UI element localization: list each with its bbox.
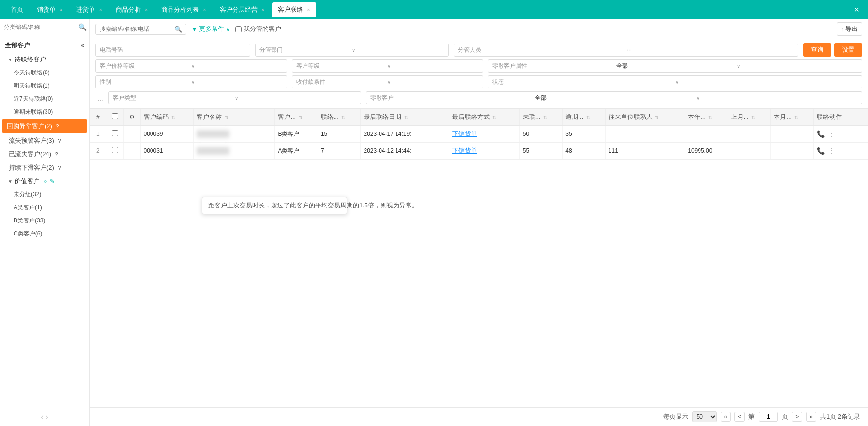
window-close-button[interactable]: × bbox=[850, 3, 863, 17]
row2-unit-contact: 111 bbox=[605, 143, 685, 160]
nav-tab-purchaseorder[interactable]: 进货单 × bbox=[70, 2, 107, 17]
sidebar-search-input[interactable] bbox=[4, 24, 76, 30]
row1-phone-icon[interactable]: 📞 bbox=[817, 130, 825, 138]
per-page-select[interactable]: 50 20 30 100 bbox=[692, 411, 717, 422]
sort-contact-icon[interactable]: ⇅ bbox=[341, 115, 345, 120]
search-box: 🔍 bbox=[95, 24, 186, 35]
sidebar-search-area: 🔍 bbox=[0, 19, 89, 35]
tooltip-box: 距客户上次交易时长，超过了此客户的平均交易周期的1.5倍，则视为异常。 bbox=[202, 197, 347, 214]
sort-thismonth-icon[interactable]: ⇅ bbox=[794, 115, 798, 120]
lost-help-icon[interactable]: ? bbox=[55, 151, 58, 157]
filter-status[interactable]: 状态 ∨ bbox=[488, 75, 862, 88]
all-customers-title[interactable]: 全部客户 « bbox=[0, 38, 89, 53]
nav-tab-productanalysislist[interactable]: 商品分析列表 × bbox=[155, 2, 212, 17]
my-customers-checkbox[interactable] bbox=[235, 26, 242, 32]
filter-customer-level[interactable]: 客户等级 ∨ bbox=[292, 59, 484, 73]
my-customers-toggle[interactable]: 我分管的客户 bbox=[235, 25, 281, 33]
row2-last-month bbox=[728, 143, 771, 160]
close-purchaseorder-icon[interactable]: × bbox=[99, 7, 102, 13]
last-page-button[interactable]: » bbox=[806, 412, 816, 422]
prev-page-button[interactable]: < bbox=[734, 412, 745, 422]
waiting-group-title[interactable]: ▼ 待联络客户 bbox=[5, 53, 89, 66]
sidebar-item-ungrouped[interactable]: 未分组(32) bbox=[5, 188, 89, 201]
sidebar-right-arrow[interactable]: › bbox=[46, 412, 48, 422]
nav-tab-productanalysis[interactable]: 商品分析 × bbox=[110, 2, 153, 17]
filter-customer-type[interactable]: 客户类型 ∨ bbox=[108, 91, 361, 104]
close-productanalysis-icon[interactable]: × bbox=[145, 7, 148, 13]
sidebar-item-loss-warning[interactable]: 流失预警客户(3) ? bbox=[0, 134, 89, 147]
sort-name-icon[interactable]: ⇅ bbox=[225, 115, 228, 120]
value-group-title[interactable]: ▼ 价值客户 ○ ✎ bbox=[5, 175, 89, 188]
sort-date-icon[interactable]: ⇅ bbox=[404, 115, 408, 120]
export-button[interactable]: ↑ 导出 bbox=[837, 22, 863, 36]
row1-select-checkbox[interactable] bbox=[112, 130, 118, 136]
th-last-contact-way: 最后联络方式 ⇅ bbox=[449, 109, 519, 126]
row1-last-contact-way[interactable]: 下销货单 bbox=[449, 126, 519, 143]
sidebar-left-arrow[interactable]: ‹ bbox=[41, 412, 44, 422]
loss-warning-help-icon[interactable]: ? bbox=[58, 138, 61, 144]
nav-home[interactable]: 首页 bbox=[5, 2, 29, 17]
row1-more-icon[interactable]: ⋮⋮ bbox=[828, 130, 841, 138]
value-settings-icon[interactable]: ✎ bbox=[50, 178, 55, 185]
row2-checkbox[interactable] bbox=[107, 143, 123, 160]
sidebar-item-7days[interactable]: 近7天待联络(0) bbox=[5, 92, 89, 105]
sidebar-item-tomorrow[interactable]: 明天待联络(1) bbox=[5, 79, 89, 92]
close-salesorder-icon[interactable]: × bbox=[60, 7, 62, 13]
nav-tab-salesorder[interactable]: 销货单 × bbox=[31, 2, 68, 17]
select-all-checkbox[interactable] bbox=[112, 113, 118, 119]
sidebar-item-declining[interactable]: 持续下滑客户(2) ? bbox=[0, 161, 89, 175]
row2-last-contact-way[interactable]: 下销货单 bbox=[449, 143, 519, 160]
person-dots-icon[interactable]: ··· bbox=[627, 46, 794, 53]
sort-overdue-icon[interactable]: ⇅ bbox=[586, 115, 590, 120]
sort-way-icon[interactable]: ⇅ bbox=[492, 115, 496, 120]
sidebar-item-bclass[interactable]: B类客户(33) bbox=[5, 214, 89, 227]
search-input[interactable] bbox=[100, 26, 172, 32]
first-page-button[interactable]: « bbox=[721, 412, 731, 422]
filter-retail-attr[interactable]: 零散客户属性 全部 ∨ bbox=[488, 59, 862, 73]
sort-notcontact-icon[interactable]: ⇅ bbox=[543, 115, 547, 120]
sort-type-icon[interactable]: ⇅ bbox=[299, 115, 303, 120]
sidebar-item-aclass[interactable]: A类客户(1) bbox=[5, 201, 89, 214]
sort-code-icon[interactable]: ⇅ bbox=[171, 115, 175, 120]
sidebar-item-cclass[interactable]: C类客户(6) bbox=[5, 227, 89, 240]
row2-phone-icon[interactable]: 📞 bbox=[817, 147, 825, 155]
filter-phone[interactable]: 电话号码 bbox=[95, 44, 250, 57]
close-customerlayer-icon[interactable]: × bbox=[261, 7, 264, 13]
row1-checkbox[interactable] bbox=[107, 126, 123, 143]
sidebar-item-lost[interactable]: 已流失客户(24) ? bbox=[0, 147, 89, 161]
filter-dept[interactable]: 分管部门 ∨ bbox=[255, 44, 449, 57]
filter-person[interactable]: 分管人员 ··· bbox=[454, 44, 798, 57]
sidebar-search-icon[interactable]: 🔍 bbox=[78, 23, 87, 31]
more-conditions-button[interactable]: ▼ 更多条件 ∧ bbox=[191, 25, 230, 33]
row2-select-checkbox[interactable] bbox=[112, 147, 118, 153]
query-button[interactable]: 查询 bbox=[803, 43, 831, 57]
filter-gender[interactable]: 性别 ∨ bbox=[95, 75, 287, 88]
nav-tab-customercontact[interactable]: 客户联络 × bbox=[272, 2, 316, 17]
page-number-input[interactable] bbox=[759, 412, 778, 422]
repurchase-help-icon[interactable]: ? bbox=[56, 123, 59, 129]
sidebar-item-overdue[interactable]: 逾期未联络(30) bbox=[5, 105, 89, 118]
declining-help-icon[interactable]: ? bbox=[58, 165, 61, 171]
filter-price-level[interactable]: 客户价格等级 ∨ bbox=[95, 59, 287, 73]
th-settings[interactable]: ⚙ bbox=[123, 109, 140, 126]
sidebar-item-repurchase-abnormal[interactable]: 回购异常客户(2) ? bbox=[2, 119, 87, 133]
sort-unitcontact-icon[interactable]: ⇅ bbox=[655, 115, 659, 120]
th-overdue: 逾期... ⇅ bbox=[563, 109, 606, 126]
settings-button[interactable]: 设置 bbox=[834, 43, 862, 57]
next-page-button[interactable]: > bbox=[792, 412, 802, 422]
sort-thisyear-icon[interactable]: ⇅ bbox=[708, 115, 712, 120]
row1-this-year bbox=[685, 126, 728, 143]
nav-tab-customerlayer[interactable]: 客户分层经营 × bbox=[214, 2, 270, 17]
total-label: 共1页 2条记录 bbox=[820, 412, 860, 421]
filter-payment[interactable]: 收付款条件 ∨ bbox=[292, 75, 484, 88]
row2-more-icon[interactable]: ⋮⋮ bbox=[828, 147, 841, 155]
close-productanalysislist-icon[interactable]: × bbox=[203, 7, 206, 13]
filter-retail-customer[interactable]: 零散客户 全部 ∨ bbox=[366, 91, 862, 104]
sidebar-item-today[interactable]: 今天待联络(0) bbox=[5, 66, 89, 79]
sort-lastmonth-icon[interactable]: ⇅ bbox=[751, 115, 755, 120]
close-customercontact-icon[interactable]: × bbox=[307, 7, 310, 13]
value-edit-icon[interactable]: ○ bbox=[44, 178, 47, 185]
row4-dots[interactable]: ... bbox=[97, 94, 104, 103]
payment-arrow: ∨ bbox=[387, 79, 479, 85]
search-icon[interactable]: 🔍 bbox=[174, 26, 182, 33]
